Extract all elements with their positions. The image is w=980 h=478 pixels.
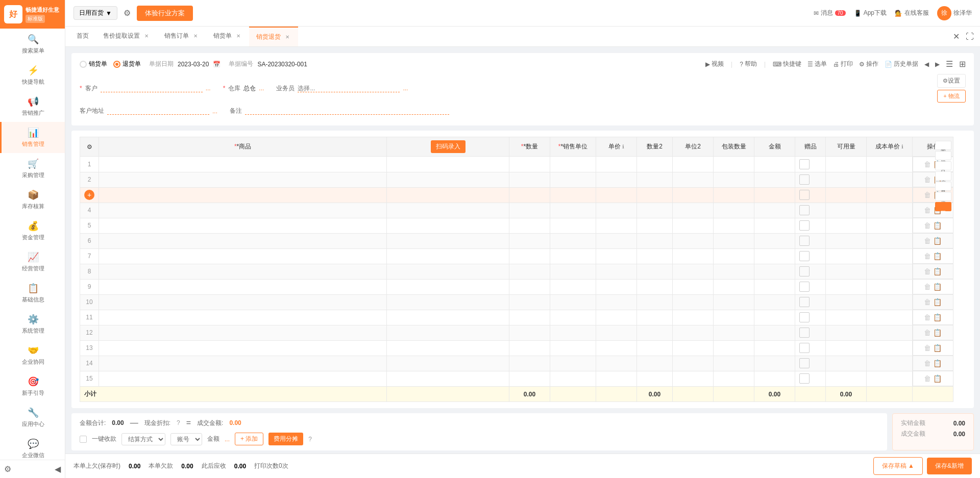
nav-prev-icon[interactable]: ◀: [924, 61, 929, 68]
tab-sales-return[interactable]: 销货退货 ✕: [249, 27, 298, 46]
right-btn-5[interactable]: 星: [935, 182, 951, 191]
tab-price-settings[interactable]: 售价提取设置 ✕: [96, 27, 157, 46]
fullscreen-button[interactable]: ⛶: [964, 30, 976, 43]
product-cell-1[interactable]: [99, 157, 387, 172]
save-new-button[interactable]: 保存&新增: [927, 458, 972, 474]
delete-row-15[interactable]: 🗑: [924, 374, 931, 383]
gift-checkbox-5[interactable]: [799, 220, 810, 231]
tab-close-sales-order[interactable]: ✕: [192, 33, 199, 39]
gift-checkbox-15[interactable]: [799, 373, 810, 384]
user-menu[interactable]: 徐 徐泽华: [937, 6, 972, 20]
gift-checkbox-3[interactable]: [799, 190, 810, 200]
sidebar-item-search[interactable]: 🔍 搜索菜单: [0, 29, 65, 60]
gift-checkbox-12[interactable]: [799, 328, 810, 338]
gift-checkbox-9[interactable]: [799, 282, 810, 292]
gift-checkbox-11[interactable]: [799, 312, 810, 322]
sidebar-item-operation[interactable]: 📈 经营管理: [0, 246, 65, 278]
salesman-select-btn[interactable]: ...: [403, 85, 408, 92]
fee-split-btn[interactable]: 费用分摊: [268, 433, 303, 445]
collapse-icon[interactable]: ◀: [55, 464, 61, 474]
add-logistics-btn[interactable]: + 物流: [937, 90, 966, 103]
nav-next-icon[interactable]: ▶: [935, 61, 940, 68]
tab-sales-shipment[interactable]: 销货单 ✕: [206, 27, 249, 46]
radio-sales-shipment[interactable]: 销货单: [80, 60, 107, 68]
gift-checkbox-7[interactable]: [799, 251, 810, 261]
right-btn-2[interactable]: 笔: [935, 151, 951, 160]
close-tab-button[interactable]: ✕: [951, 30, 962, 43]
gift-checkbox-1[interactable]: [799, 159, 810, 169]
tab-home[interactable]: 首页: [69, 27, 96, 46]
gift-checkbox-2[interactable]: [799, 174, 810, 185]
delete-row-8[interactable]: 🗑: [924, 267, 931, 275]
experience-button[interactable]: 体验行业方案: [137, 6, 193, 21]
one-click-payment-checkbox[interactable]: [80, 436, 87, 443]
sidebar-item-newbie[interactable]: 🎯 新手引导: [0, 371, 65, 402]
right-btn-7[interactable]: 图: [935, 202, 951, 211]
account-select[interactable]: 账号: [170, 433, 202, 445]
breadcrumb-select[interactable]: 日用百货 ▼: [74, 6, 117, 20]
sidebar-item-basic[interactable]: 📋 基础信息: [0, 278, 65, 309]
gift-checkbox-10[interactable]: [799, 297, 810, 307]
tab-close-price-settings[interactable]: ✕: [143, 33, 150, 39]
scan-entry-btn[interactable]: 扫码录入: [431, 140, 465, 153]
sidebar-item-app-center[interactable]: 🔧 应用中心: [0, 402, 65, 433]
app-download-btn[interactable]: 📱 App下载: [854, 9, 887, 17]
customer-select-btn[interactable]: ...: [206, 85, 211, 92]
grid-view-icon[interactable]: ⊞: [959, 59, 966, 69]
settings-icon[interactable]: ⚙: [124, 8, 131, 18]
online-service-btn[interactable]: 💁 在线客服: [895, 9, 929, 17]
delete-row-2[interactable]: 🗑: [924, 175, 931, 184]
settings-gear-icon[interactable]: ⚙: [4, 464, 11, 474]
calc-method-select[interactable]: 结算方式: [121, 433, 165, 445]
sidebar-item-wechat[interactable]: 💬 企业微信: [0, 433, 65, 460]
operate-btn[interactable]: ⚙ 操作: [859, 60, 878, 68]
discount-help-icon[interactable]: ?: [177, 419, 180, 426]
print-btn[interactable]: 🖨 打印: [833, 60, 853, 68]
sidebar-item-purchase[interactable]: 🛒 采购管理: [0, 153, 65, 184]
delete-row-7[interactable]: 🗑: [924, 252, 931, 260]
remark-input[interactable]: [245, 107, 449, 115]
sidebar-item-partner[interactable]: 🤝 企业协同: [0, 340, 65, 371]
video-btn[interactable]: ▶ 视频: [705, 60, 724, 68]
add-payment-btn[interactable]: + 添加: [235, 433, 263, 445]
sidebar-item-finance[interactable]: 💰 资金管理: [0, 215, 65, 246]
salesman-input[interactable]: [298, 85, 400, 92]
tab-close-sales-return[interactable]: ✕: [284, 34, 291, 40]
tab-sales-order[interactable]: 销售订单 ✕: [157, 27, 206, 46]
delete-row-4[interactable]: 🗑: [924, 206, 931, 214]
right-btn-1[interactable]: 图: [935, 141, 951, 150]
add-row-button[interactable]: +: [84, 190, 94, 200]
tab-close-sales-shipment[interactable]: ✕: [235, 33, 242, 39]
help-btn[interactable]: ? 帮助: [740, 60, 757, 68]
sidebar-item-shortcut[interactable]: ⚡ 快捷导航: [0, 60, 65, 91]
delete-row-10[interactable]: 🗑: [924, 298, 931, 306]
delete-row-1[interactable]: 🗑: [924, 160, 931, 168]
col-header-gear[interactable]: ⚙: [80, 137, 99, 157]
select-doc-btn[interactable]: ☰ 选单: [807, 60, 827, 68]
delete-row-5[interactable]: 🗑: [924, 221, 931, 230]
settings-btn[interactable]: ⚙ 设置: [937, 74, 966, 88]
address-input[interactable]: [107, 107, 209, 115]
sidebar-item-system[interactable]: ⚙️ 系统管理: [0, 309, 65, 340]
gift-checkbox-6[interactable]: [799, 236, 810, 246]
delete-row-13[interactable]: 🗑: [924, 344, 931, 352]
sidebar-item-sales[interactable]: 📊 销售管理: [0, 122, 65, 153]
calendar-icon[interactable]: 📅: [213, 61, 220, 68]
gift-checkbox-4[interactable]: [799, 205, 810, 215]
sidebar-item-inventory[interactable]: 📦 库存核算: [0, 184, 65, 215]
gift-checkbox-13[interactable]: [799, 343, 810, 353]
gift-checkbox-14[interactable]: [799, 358, 810, 368]
delete-row-9[interactable]: 🗑: [924, 283, 931, 291]
message-btn[interactable]: ✉ 消息 70: [814, 9, 846, 17]
radio-sales-return[interactable]: 退货单: [113, 60, 141, 68]
shortcut-key-btn[interactable]: ⌨ 快捷键: [773, 60, 801, 68]
warehouse-select-btn[interactable]: ...: [259, 85, 264, 92]
list-view-icon[interactable]: ☰: [946, 59, 953, 69]
delete-row-3[interactable]: 🗑: [924, 191, 931, 199]
delete-row-11[interactable]: 🗑: [924, 313, 931, 321]
delete-row-14[interactable]: 🗑: [924, 359, 931, 367]
history-btn[interactable]: 📄 历史单据: [885, 60, 918, 68]
right-btn-4[interactable]: 房: [935, 171, 951, 181]
address-select-btn[interactable]: ...: [212, 108, 217, 115]
delete-row-12[interactable]: 🗑: [924, 329, 931, 337]
